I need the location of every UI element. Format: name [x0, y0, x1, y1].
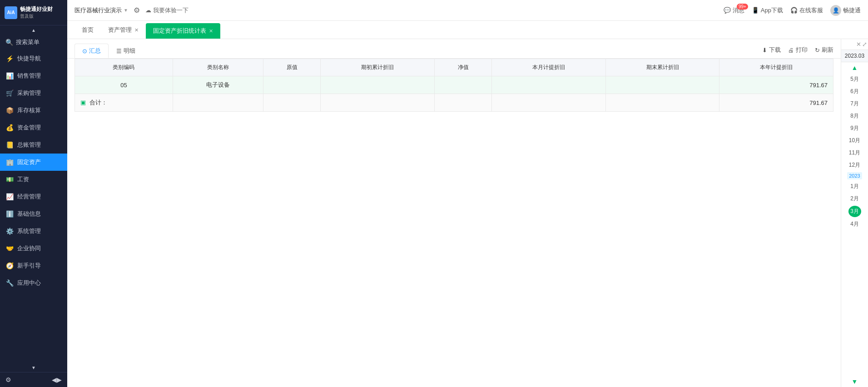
- customer-service-btn[interactable]: 🎧 在线客服: [790, 6, 823, 15]
- sidebar-bottom: ⚙ ◀▶: [0, 372, 67, 387]
- sidebar-item-fixed[interactable]: 🏢 固定资产: [0, 154, 67, 171]
- refresh-btn[interactable]: ↻ 刷新: [815, 46, 833, 54]
- date-month-jul[interactable]: 7月: [841, 98, 868, 110]
- company-name: 医疗器械行业演示: [74, 6, 122, 15]
- content-main: ⊙ 汇总 ☰ 明细 ⬇ 下载 🖨 打印: [67, 39, 841, 387]
- sidebar-item-label: 工资: [17, 175, 29, 184]
- sidebar-search[interactable]: 🔍 搜索菜单: [0, 35, 67, 50]
- sub-tab-summary[interactable]: ⊙ 汇总: [74, 44, 109, 58]
- col-name: 类别名称: [173, 59, 263, 76]
- sidebar-item-label: 系统管理: [17, 227, 41, 235]
- user-info[interactable]: 👤 畅捷通: [830, 5, 861, 16]
- collapse-icon[interactable]: ◀▶: [52, 376, 62, 383]
- content-area: ⊙ 汇总 ☰ 明细 ⬇ 下载 🖨 打印: [67, 39, 868, 387]
- table-row: 05 电子设备 791.67: [75, 76, 833, 94]
- tab-asset-mgmt-close[interactable]: ✕: [134, 27, 139, 33]
- sidebar-item-enterprise[interactable]: 🤝 企业协同: [0, 240, 67, 257]
- search-label: 搜索菜单: [16, 38, 40, 46]
- date-month-feb[interactable]: 2月: [841, 193, 868, 205]
- date-month-sep[interactable]: 9月: [841, 122, 868, 134]
- settings-icon[interactable]: ⚙: [5, 376, 11, 383]
- top-header: 医疗器械行业演示 ▼ ⚙ ☁ 我要体验一下 💬 消息 99+ 📱 App下载 🎧…: [67, 0, 868, 21]
- tab-home-label: 首页: [82, 26, 94, 34]
- quicknav-icon: ⚡: [5, 55, 14, 63]
- row-name: 电子设备: [173, 76, 263, 94]
- sidebar-item-basic[interactable]: ℹ️ 基础信息: [0, 205, 67, 223]
- table-container: 类别编码 类别名称 原值 期初累计折旧 净值 本月计提折旧 期末累计折旧 本年计…: [67, 59, 841, 387]
- message-badge: 99+: [737, 4, 748, 10]
- scroll-down-btn[interactable]: ▼: [841, 376, 868, 387]
- detail-label: 明细: [124, 47, 135, 55]
- date-month-jun[interactable]: 6月: [841, 85, 868, 98]
- date-month-dec[interactable]: 12月: [841, 159, 868, 171]
- close-panel-icon[interactable]: ✕: [856, 41, 861, 48]
- sidebar-item-finance[interactable]: 💰 资金管理: [0, 119, 67, 136]
- col-beginning-accum: 期初累计折旧: [321, 59, 435, 76]
- finance-icon: 💰: [5, 124, 14, 132]
- col-code: 类别编码: [75, 59, 173, 76]
- total-beginning-accum: [321, 94, 435, 112]
- headset-icon: 🎧: [790, 7, 798, 14]
- message-icon: 💬: [724, 7, 731, 14]
- expand-panel-icon[interactable]: ⤢: [862, 41, 867, 48]
- tab-depreciation[interactable]: 固定资产折旧统计表 ✕: [146, 23, 220, 39]
- print-btn[interactable]: 🖨 打印: [788, 46, 808, 54]
- app-download-btn[interactable]: 📱 App下载: [752, 6, 783, 15]
- date-month-may[interactable]: 5月: [841, 73, 868, 85]
- experience-btn[interactable]: ☁ 我要体验一下: [145, 6, 188, 15]
- sidebar-item-guide[interactable]: 🧭 新手引导: [0, 257, 67, 274]
- sidebar-item-label: 总账管理: [17, 141, 41, 149]
- download-btn[interactable]: ⬇ 下载: [762, 46, 781, 54]
- message-btn[interactable]: 💬 消息 99+: [724, 6, 744, 15]
- cloud-icon: ☁: [145, 7, 151, 14]
- tab-depreciation-close[interactable]: ✕: [209, 28, 213, 34]
- tab-asset-mgmt[interactable]: 资产管理 ✕: [101, 22, 146, 39]
- date-months-list: 5月 6月 7月 8月 9月 10月 11月 12月 2023 1月 2月 3月…: [841, 73, 868, 376]
- scroll-up-btn[interactable]: ▲: [841, 62, 868, 73]
- sidebar-item-inventory[interactable]: 📦 库存核算: [0, 102, 67, 119]
- total-ending-accum: [605, 94, 719, 112]
- tab-home[interactable]: 首页: [74, 22, 101, 39]
- date-month-apr[interactable]: 4月: [841, 218, 868, 230]
- sidebar-item-label: 销售管理: [17, 72, 41, 80]
- company-settings-icon[interactable]: ⚙: [134, 6, 140, 15]
- date-month-nov[interactable]: 11月: [841, 147, 868, 159]
- sidebar-item-sales[interactable]: 📊 销售管理: [0, 67, 67, 84]
- sales-icon: 📊: [5, 72, 14, 80]
- sidebar-scroll-down-btn[interactable]: ▼: [0, 363, 67, 372]
- sidebar-item-ledger[interactable]: 📒 总账管理: [0, 136, 67, 154]
- date-month-mar-selected[interactable]: 3月: [848, 206, 861, 217]
- inventory-icon: 📦: [5, 106, 14, 114]
- date-panel-header-icons: ✕ ⤢: [841, 39, 868, 50]
- date-month-jan[interactable]: 1月: [841, 180, 868, 193]
- summary-icon: ⊙: [82, 48, 87, 55]
- download-icon: 📱: [752, 7, 759, 14]
- sidebar-item-system[interactable]: ⚙️ 系统管理: [0, 223, 67, 240]
- col-annual-depr: 本年计提折旧: [719, 59, 833, 76]
- sidebar-item-label: 新手引导: [17, 262, 41, 270]
- app-logo-text: 畅捷通好业财 普及版: [20, 5, 53, 20]
- summary-label: 汇总: [89, 47, 101, 55]
- sidebar-item-salary[interactable]: 💵 工资: [0, 171, 67, 188]
- sidebar-item-operations[interactable]: 📈 经营管理: [0, 188, 67, 205]
- sidebar-item-quicknav[interactable]: ⚡ 快捷导航: [0, 50, 67, 67]
- basic-icon: ℹ️: [5, 210, 14, 218]
- print-icon: 🖨: [788, 47, 794, 54]
- date-month-aug[interactable]: 8月: [841, 110, 868, 122]
- date-month-oct[interactable]: 10月: [841, 134, 868, 147]
- sidebar-scroll-up-btn[interactable]: ▲: [0, 25, 67, 35]
- sub-tab-detail[interactable]: ☰ 明细: [109, 44, 143, 58]
- sidebar-item-purchase[interactable]: 🛒 采购管理: [0, 84, 67, 102]
- col-net: 净值: [434, 59, 492, 76]
- tab-depreciation-label: 固定资产折旧统计表: [153, 27, 206, 35]
- user-name: 畅捷通: [843, 6, 861, 15]
- refresh-label: 刷新: [822, 46, 833, 54]
- print-label: 打印: [796, 46, 808, 54]
- total-net: [434, 94, 492, 112]
- sidebar-logo: AiA 畅捷通好业财 普及版: [0, 0, 67, 25]
- date-panel: ✕ ⤢ 2023.03 ▲ 5月 6月 7月 8月 9月 10月 11月 12月…: [841, 39, 868, 387]
- tab-asset-mgmt-label: 资产管理: [108, 26, 132, 34]
- sidebar-item-apps[interactable]: 🔧 应用中心: [0, 274, 67, 292]
- company-selector[interactable]: 医疗器械行业演示 ▼: [74, 6, 128, 15]
- sidebar-item-label: 固定资产: [17, 158, 41, 166]
